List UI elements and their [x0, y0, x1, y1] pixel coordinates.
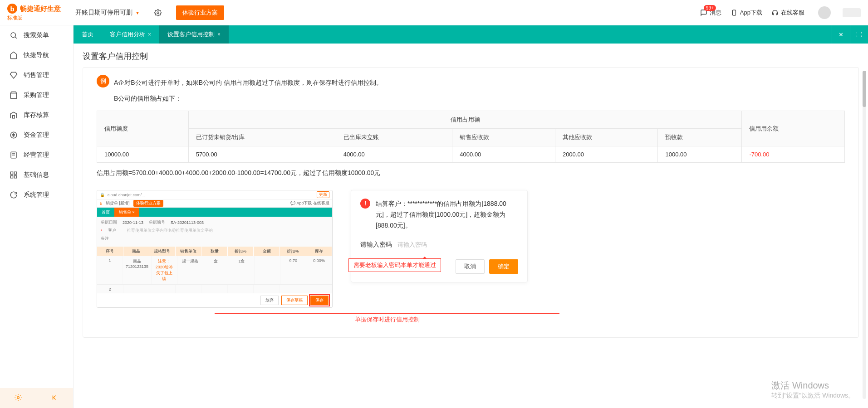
- brand-logo-icon: b: [7, 4, 17, 14]
- header-center: 开账日期可停用可删 ▾ 体验行业方案: [71, 5, 700, 20]
- cell-val: 4000.00: [336, 146, 452, 163]
- th-col: 销售应收款: [452, 129, 555, 146]
- headset-icon: [771, 9, 779, 16]
- svg-point-3: [11, 33, 16, 38]
- confirm-button[interactable]: 确定: [489, 259, 518, 274]
- tab-close-all-button[interactable]: ✕: [832, 25, 850, 44]
- top-header: b 畅捷通好生意 标准版 开账日期可停用可删 ▾ 体验行业方案 消息 99+ A…: [0, 0, 868, 25]
- cell-balance: -700.00: [742, 146, 845, 163]
- password-input[interactable]: [397, 239, 518, 250]
- sidebar-item-label: 快捷导航: [24, 51, 49, 59]
- th-balance: 信用用余额: [742, 111, 845, 146]
- online-service-label: 在线客服: [781, 9, 804, 17]
- magnifier-icon: [9, 31, 18, 40]
- tabs-bar: 首页 客户信用分析× 设置客户信用控制× ✕ ⛶: [74, 25, 868, 44]
- sidebar-item-search[interactable]: 搜索菜单: [0, 25, 73, 45]
- th-col: 其他应收款: [555, 129, 658, 146]
- chevron-down-icon: ▾: [136, 10, 139, 16]
- table-row: 10000.00 5700.00 4000.00 4000.00 2000.00…: [97, 146, 845, 163]
- sidebar-item-system[interactable]: 系统管理: [0, 185, 73, 205]
- content-box: 例 A企对B公司进行开单时，如果B公司的 信用占用额超过了信用额度，则在保存时进…: [83, 67, 859, 338]
- tab-label: 设置客户信用控制: [167, 30, 215, 39]
- industry-solution-button[interactable]: 体验行业方案: [176, 5, 224, 20]
- diamond-icon: [9, 71, 18, 80]
- th-col: 已订货未销货/出库: [188, 129, 336, 146]
- credit-warning-dialog: ! 结算客户：************的信用占用额为[1888.00元]，超过了…: [351, 190, 528, 282]
- sidebar: 搜索菜单 快捷导航 销售管理 采购管理 库存核算 资金管理 经营管理 基础信息 …: [0, 25, 74, 408]
- content: 首页 客户信用分析× 设置客户信用控制× ✕ ⛶ 设置客户信用控制 例 A企对B…: [74, 25, 868, 408]
- fullscreen-button[interactable]: ⛶: [850, 25, 868, 44]
- svg-rect-13: [10, 176, 13, 178]
- username-placeholder: [843, 8, 861, 17]
- bag-icon: [9, 91, 18, 100]
- sidebar-item-sales[interactable]: 销售管理: [0, 65, 73, 85]
- cancel-button[interactable]: 取消: [456, 259, 485, 274]
- app-download-label: App下载: [740, 9, 762, 17]
- scrollbar-thumb[interactable]: [863, 71, 866, 107]
- close-icon[interactable]: ×: [148, 31, 151, 38]
- account-select[interactable]: 开账日期可停用可删 ▾: [71, 9, 143, 17]
- svg-point-0: [157, 12, 159, 14]
- online-service-link[interactable]: 在线客服: [771, 9, 804, 17]
- sidebar-item-label: 资金管理: [24, 131, 49, 139]
- sidebar-item-stock[interactable]: 库存核算: [0, 105, 73, 125]
- loop-icon: [9, 190, 18, 199]
- header-right: 消息 99+ App下载 在线客服: [700, 6, 861, 19]
- gear-icon[interactable]: [154, 9, 162, 16]
- svg-rect-14: [15, 176, 17, 178]
- messages-link[interactable]: 消息 99+: [700, 9, 721, 17]
- cell-val: 4000.00: [452, 146, 555, 163]
- cell-val: 2000.00: [555, 146, 658, 163]
- sidebar-item-purchase[interactable]: 采购管理: [0, 85, 73, 105]
- svg-line-4: [15, 37, 16, 38]
- password-label: 请输入密码: [360, 241, 392, 249]
- th-quota: 信用额度: [97, 111, 189, 146]
- sidebar-item-label: 搜索菜单: [24, 31, 49, 39]
- cell-quota: 10000.00: [97, 146, 189, 163]
- scrollbar[interactable]: [863, 71, 866, 399]
- phone-icon: [731, 9, 738, 16]
- close-icon[interactable]: ×: [217, 31, 221, 38]
- sidebar-item-nav[interactable]: 快捷导航: [0, 45, 73, 65]
- brand-name: 畅捷通好生意: [20, 5, 61, 13]
- example-line-1: A企对B公司进行开单时，如果B公司的 信用占用额超过了信用额度，则在保存时进行信…: [114, 77, 383, 89]
- th-col: 已出库未立账: [336, 129, 452, 146]
- sidebar-item-label: 销售管理: [24, 71, 49, 79]
- example-line-2: B公司的信用额占如下：: [114, 92, 383, 105]
- grid-icon: [9, 170, 18, 180]
- warehouse-icon: [9, 111, 18, 120]
- tab-credit-control-settings[interactable]: 设置客户信用控制×: [159, 25, 229, 44]
- tab-label: 首页: [82, 30, 93, 39]
- th-col: 预收款: [658, 129, 742, 146]
- sidebar-item-label: 经营管理: [24, 151, 49, 159]
- dialog-callout: 需要老板输入密码本单才能通过: [348, 258, 441, 272]
- money-icon: [9, 131, 18, 140]
- sidebar-item-funds[interactable]: 资金管理: [0, 125, 73, 145]
- page-title: 设置客户信用控制: [83, 51, 859, 62]
- formula-text: 信用占用额=5700.00+4000.00+4000.00+2000.00-10…: [97, 169, 845, 177]
- svg-rect-12: [15, 172, 17, 174]
- sidebar-bottom: [0, 388, 73, 408]
- brand-logo: b 畅捷通好生意: [7, 4, 61, 14]
- home-icon: [9, 51, 18, 60]
- brand-area: b 畅捷通好生意 标准版: [7, 4, 71, 21]
- sidebar-item-basic[interactable]: 基础信息: [0, 165, 73, 185]
- tab-credit-analysis[interactable]: 客户信用分析×: [102, 25, 159, 44]
- tab-home[interactable]: 首页: [74, 25, 102, 44]
- svg-rect-6: [13, 116, 15, 118]
- sidebar-item-label: 基础信息: [24, 171, 49, 179]
- app-download-link[interactable]: App下载: [731, 9, 762, 17]
- sidebar-item-business[interactable]: 经营管理: [0, 145, 73, 165]
- settings-gear-icon[interactable]: [14, 393, 22, 403]
- svg-rect-11: [10, 172, 13, 174]
- collapse-icon[interactable]: [51, 393, 59, 403]
- order-screenshot: 🔒cloud.chanjet.com/...更新 b销货单 [新增]体验行业方案…: [97, 190, 333, 308]
- sidebar-item-label: 库存核算: [24, 111, 49, 119]
- avatar[interactable]: [818, 6, 831, 19]
- warning-icon: !: [360, 199, 370, 209]
- messages-badge: 99+: [704, 5, 716, 11]
- shot-save-button: 保存: [310, 296, 329, 305]
- doc-icon: [9, 151, 18, 160]
- cell-val: 5700.00: [188, 146, 336, 163]
- svg-point-15: [17, 396, 20, 398]
